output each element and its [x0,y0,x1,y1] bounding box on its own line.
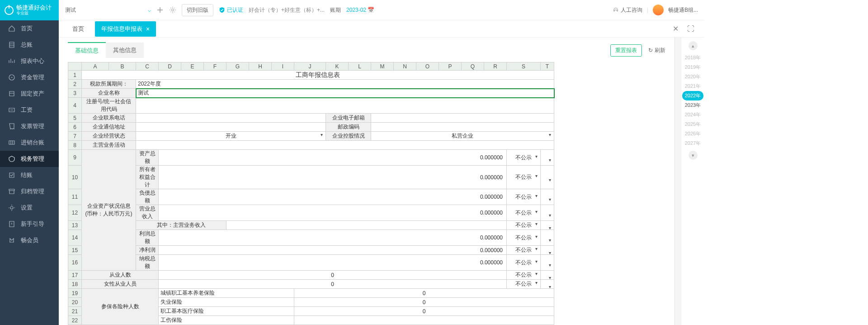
gear-icon[interactable] [169,6,176,14]
row-head-22[interactable]: 22 [68,316,82,325]
col-head-corner[interactable] [68,62,82,71]
sidebar-nav: 首页总账报表中心资金管理固定资产工资发票管理进销台账税务管理结账归档管理设置新手… [0,20,59,249]
year-2018年[interactable]: 2018年 [682,53,703,62]
col-head-O[interactable]: O [416,62,439,71]
row-head-1[interactable]: 1 [68,71,82,80]
col-head-E[interactable]: E [181,62,204,71]
sidebar-item-settings[interactable]: 设置 [0,200,59,216]
holding-select[interactable]: 私营企业 [371,132,554,141]
col-head-M[interactable]: M [371,62,394,71]
row-head-19[interactable]: 19 [68,289,82,298]
vertical-scrollbar[interactable] [675,38,681,325]
row-head-4[interactable]: 4 [68,98,82,114]
status-select[interactable]: 开业 [136,132,326,141]
col-head-G[interactable]: G [226,62,249,71]
switch-old-button[interactable]: 切到旧版 [182,4,213,16]
sidebar-item-money[interactable]: 资金管理 [0,69,59,86]
col-head-B[interactable]: B [109,62,136,71]
sidebar-item-salary[interactable]: 工资 [0,102,59,118]
sheet-tab-other[interactable]: 其他信息 [106,43,144,58]
row-head-11[interactable]: 11 [68,189,82,205]
col-head-N[interactable]: N [394,62,416,71]
sidebar-item-asset[interactable]: 固定资产 [0,86,59,102]
row-head-8[interactable]: 8 [68,141,82,150]
row-head-21[interactable]: 21 [68,307,82,316]
reset-report-button[interactable]: 重置报表 [610,44,642,57]
sheet-tab-basic[interactable]: 基础信息 [68,42,106,58]
year-2022年[interactable]: 2022年 [682,91,703,100]
close-icon[interactable]: × [146,25,150,33]
col-head-J[interactable]: J [294,62,326,71]
tab-annual-report[interactable]: 年报信息申报表 × [95,21,156,37]
sidebar-item-chart[interactable]: 报表中心 [0,53,59,69]
year-down-icon[interactable]: ▾ [689,151,698,160]
col-head-P[interactable]: P [439,62,462,71]
row-head-16[interactable]: 16 [68,255,82,271]
sidebar-item-close[interactable]: 结账 [0,167,59,183]
sidebar-item-tax[interactable]: 税务管理 [0,151,59,167]
tab-home[interactable]: 首页 [66,21,90,37]
col-head-K[interactable]: K [326,62,349,71]
cloud-upload-icon [5,6,14,15]
col-head-I[interactable]: I [272,62,294,71]
col-head-D[interactable]: D [159,62,181,71]
brand-logo: 畅捷通好会计 专业版 [0,0,59,20]
col-head-T[interactable]: T [541,62,554,71]
year-2023年[interactable]: 2023年 [682,100,703,110]
year-up-icon[interactable]: ▴ [689,41,698,50]
stock-icon [8,139,15,146]
col-head-A[interactable]: A [82,62,109,71]
sidebar-item-ledger[interactable]: 总账 [0,37,59,53]
row-head-6[interactable]: 6 [68,123,82,132]
row-head-18[interactable]: 18 [68,280,82,289]
close-all-icon[interactable]: ✕ [669,23,682,35]
row-head-14[interactable]: 14 [68,230,82,246]
row-head-12[interactable]: 12 [68,205,82,221]
row-head-9[interactable]: 9 [68,150,82,166]
support-link[interactable]: 人工咨询 [613,6,642,14]
year-2025年[interactable]: 2025年 [682,119,703,129]
year-2027年[interactable]: 2027年 [682,139,703,148]
row-head-20[interactable]: 20 [68,298,82,307]
year-2026年[interactable]: 2026年 [682,129,703,139]
chart-icon [8,57,15,65]
sidebar-item-archive[interactable]: 归档管理 [0,183,59,200]
company-name-cell[interactable]: 测试 [136,89,554,98]
pub-select[interactable]: 不公示 [507,150,541,166]
col-head-F[interactable]: F [204,62,226,71]
row-head-2[interactable]: 2 [68,80,82,89]
col-head-S[interactable]: S [507,62,541,71]
archive-icon [8,188,15,195]
row-head-17[interactable]: 17 [68,271,82,280]
row-head-5[interactable]: 5 [68,114,82,123]
year-2020年[interactable]: 2020年 [682,72,703,81]
row-head-10[interactable]: 10 [68,166,82,189]
company-selector[interactable]: 测试 ⌵ [65,6,151,14]
sidebar-item-guide[interactable]: 新手引导 [0,216,59,232]
plus-icon[interactable] [156,6,164,14]
row-head-15[interactable]: 15 [68,246,82,255]
year-2019年[interactable]: 2019年 [682,62,703,72]
row-head-13[interactable]: 13 [68,221,82,230]
col-head-H[interactable]: H [249,62,272,71]
sidebar-item-home[interactable]: 首页 [0,20,59,37]
user-avatar[interactable] [653,5,664,15]
refresh-button[interactable]: ↻ 刷新 [648,47,665,54]
sidebar-item-invoice[interactable]: 发票管理 [0,118,59,134]
user-name[interactable]: 畅捷通B组... [668,6,698,14]
fullscreen-icon[interactable]: ⛶ [684,23,697,35]
row-head-7[interactable]: 7 [68,132,82,141]
row-head-3[interactable]: 3 [68,89,82,98]
sidebar-item-stock[interactable]: 进销台账 [0,134,59,151]
col-head-Q[interactable]: Q [462,62,484,71]
period-selector[interactable]: 2023-02 📅 [346,7,374,13]
col-head-C[interactable]: C [136,62,159,71]
year-2021年[interactable]: 2021年 [682,81,703,91]
sidebar-item-vip[interactable]: 畅会员 [0,232,59,249]
col-head-R[interactable]: R [484,62,507,71]
salary-icon [8,106,15,114]
year-2024年[interactable]: 2024年 [682,110,703,119]
col-head-L[interactable]: L [349,62,371,71]
spreadsheet[interactable]: ABCDEFGHIJKLMNOPQRST1工商年报信息表2税款所属期间：2022… [68,62,665,325]
guide-icon [8,220,15,228]
